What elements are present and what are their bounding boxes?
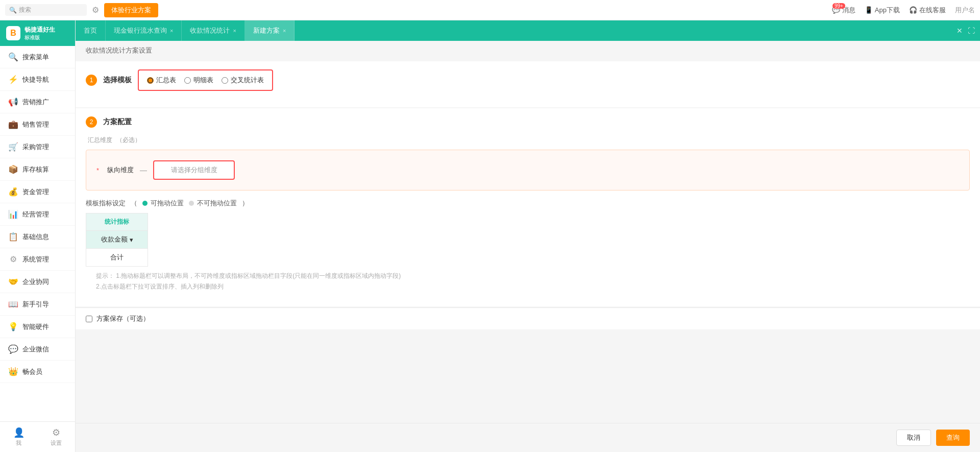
sidebar-item-13[interactable]: 💬企业微信 — [0, 338, 75, 361]
sidebar: B 畅捷通好生 标准版 🔍搜索菜单⚡快捷导航📢营销推广💼销售管理🛒采购管理📦库存… — [0, 20, 76, 452]
page-title: 收款情况统计方案设置 — [86, 46, 152, 54]
tab-label-2: 收款情况统计 — [190, 26, 230, 35]
tip-1: 提示： 1.拖动标题栏可以调整布局，不可跨维度或指标区域拖动栏目字段(只能在同一… — [96, 272, 960, 280]
required-asterisk: * — [96, 166, 99, 174]
tab-1[interactable]: 现金银行流水查询× — [106, 20, 182, 41]
radio-detail-input[interactable] — [184, 77, 191, 84]
user-name: 用户名 — [955, 6, 975, 15]
sidebar-item-6[interactable]: 💰资金管理 — [0, 181, 75, 203]
tab-label-0: 首页 — [84, 26, 97, 35]
sidebar-item-4[interactable]: 🛒采购管理 — [0, 136, 75, 158]
close-window-btn[interactable]: ✕ — [957, 27, 963, 35]
tab-2[interactable]: 收款情况统计× — [182, 20, 244, 41]
sidebar-item-8[interactable]: 📋基础信息 — [0, 226, 75, 248]
dimension-title: 汇总维度 （必选） — [86, 136, 970, 145]
sidebar-item-3[interactable]: 💼销售管理 — [0, 113, 75, 136]
metrics-section: 模板指标设定 （ 可拖动位置 不可拖动位置 ） — [86, 199, 970, 267]
radio-crosstab-input[interactable] — [222, 77, 228, 84]
search-box[interactable]: 🔍 搜索 — [5, 4, 87, 16]
page-title-section: 收款情况统计方案设置 — [76, 41, 980, 60]
sidebar-item-1[interactable]: ⚡快捷导航 — [0, 68, 75, 91]
trial-btn[interactable]: 体验行业方案 — [104, 3, 158, 17]
sidebar-label-8: 基础信息 — [22, 232, 49, 242]
content-area: 收款情况统计方案设置 1 选择模板 汇总表 — [76, 41, 980, 423]
tab-close-3[interactable]: × — [283, 28, 286, 34]
sidebar-icon-9: ⚙ — [8, 254, 18, 264]
metrics-config-row: 模板指标设定 （ 可拖动位置 不可拖动位置 ） — [86, 199, 970, 208]
tab-close-2[interactable]: × — [233, 28, 236, 34]
sidebar-label-2: 营销推广 — [22, 98, 49, 107]
sidebar-item-14[interactable]: 👑畅会员 — [0, 361, 75, 383]
step2-badge: 2 — [86, 116, 97, 128]
arrow-icon: — — [140, 166, 147, 174]
tab-close-1[interactable]: × — [170, 28, 173, 34]
sidebar-icon-14: 👑 — [8, 367, 18, 376]
dropdown-icon[interactable]: ▾ — [130, 236, 133, 244]
sidebar-item-9[interactable]: ⚙系统管理 — [0, 248, 75, 271]
sidebar-label-0: 搜索菜单 — [22, 53, 49, 62]
radio-crosstab[interactable]: 交叉统计表 — [222, 76, 264, 85]
tab-actions: ✕ ⛶ — [951, 20, 980, 41]
sidebar-icon-5: 📦 — [8, 164, 18, 174]
vertical-dim-label: 纵向维度 — [107, 165, 134, 175]
non-draggable-indicator: 不可拖动位置 — [189, 199, 237, 208]
maximize-btn[interactable]: ⛶ — [968, 27, 975, 35]
non-draggable-dot — [189, 201, 194, 206]
logo-icon: B — [6, 26, 20, 40]
sidebar-item-10[interactable]: 🤝企业协同 — [0, 271, 75, 293]
dim-select[interactable]: 请选择分组维度 — [153, 160, 235, 180]
logo-badge: 标准版 — [24, 34, 55, 41]
metrics-col-header[interactable]: 收款金额 ▾ — [86, 231, 148, 249]
dimension-required-hint: （必选） — [116, 136, 141, 144]
sidebar-item-5[interactable]: 📦库存核算 — [0, 158, 75, 181]
query-button[interactable]: 查询 — [936, 430, 970, 446]
sidebar-item-0[interactable]: 🔍搜索菜单 — [0, 46, 75, 68]
metrics-table: 统计指标 收款金额 ▾ 合计 — [86, 213, 148, 267]
message-btn[interactable]: 💬 99+ 消息 — [832, 6, 855, 15]
draggable-dot — [142, 201, 148, 206]
paren-close: ） — [242, 199, 249, 208]
settings-icon: ⚙ — [52, 427, 60, 438]
metrics-col-inner: 收款金额 ▾ — [90, 235, 143, 244]
layout: B 畅捷通好生 标准版 🔍搜索菜单⚡快捷导航📢营销推广💼销售管理🛒采购管理📦库存… — [0, 20, 980, 452]
gear-icon[interactable]: ⚙ — [92, 5, 99, 15]
service-label: 在线客服 — [919, 6, 946, 15]
sidebar-item-7[interactable]: 📊经营管理 — [0, 203, 75, 226]
sidebar-label-12: 智能硬件 — [22, 322, 49, 331]
sidebar-icon-7: 📊 — [8, 209, 18, 219]
dimension-section: 汇总维度 （必选） * 纵向维度 — 请选择分组维度 — [86, 136, 970, 191]
radio-summary[interactable]: 汇总表 — [147, 76, 176, 85]
sidebar-item-11[interactable]: 📖新手引导 — [0, 293, 75, 316]
sidebar-label-10: 企业协同 — [22, 277, 49, 287]
user-icon: 👤 — [13, 427, 24, 438]
logo-text: 畅捷通好生 标准版 — [24, 26, 55, 41]
sidebar-icon-2: 📢 — [8, 97, 18, 107]
sidebar-user[interactable]: 👤 我 — [13, 427, 24, 447]
download-btn[interactable]: 📱 App下载 — [865, 6, 900, 15]
sidebar-label-4: 采购管理 — [22, 142, 49, 152]
sidebar-bottom: 👤 我 ⚙ 设置 — [0, 421, 75, 452]
top-bar-right: 💬 99+ 消息 📱 App下载 🎧 在线客服 用户名 — [832, 6, 975, 15]
cancel-button[interactable]: 取消 — [896, 430, 931, 446]
sidebar-settings[interactable]: ⚙ 设置 — [51, 427, 62, 447]
radio-summary-input[interactable] — [147, 77, 154, 84]
step1-row: 1 选择模板 汇总表 明细表 — [86, 69, 970, 91]
tab-0[interactable]: 首页 — [76, 20, 106, 41]
sidebar-icon-4: 🛒 — [8, 142, 18, 152]
paren-open: （ — [131, 199, 137, 208]
step2-section: 2 方案配置 汇总维度 （必选） * 纵向维度 — 请选择分组维度 — [76, 108, 980, 306]
tab-label-3: 新建方案 — [253, 26, 280, 35]
radio-detail[interactable]: 明细表 — [184, 76, 213, 85]
sidebar-item-2[interactable]: 📢营销推广 — [0, 91, 75, 113]
radio-group-template: 汇总表 明细表 交叉统计表 — [147, 76, 264, 85]
radio-crosstab-label: 交叉统计表 — [231, 76, 264, 85]
sidebar-label-3: 销售管理 — [22, 120, 49, 129]
save-checkbox[interactable] — [86, 316, 92, 322]
service-btn[interactable]: 🎧 在线客服 — [909, 6, 946, 15]
non-draggable-label: 不可拖动位置 — [197, 199, 237, 208]
sidebar-label-5: 库存核算 — [22, 165, 49, 174]
metrics-col-label: 收款金额 — [101, 235, 128, 244]
sidebar-item-12[interactable]: 💡智能硬件 — [0, 316, 75, 338]
sidebar-icon-1: ⚡ — [8, 75, 18, 84]
tab-3[interactable]: 新建方案× — [245, 20, 295, 41]
